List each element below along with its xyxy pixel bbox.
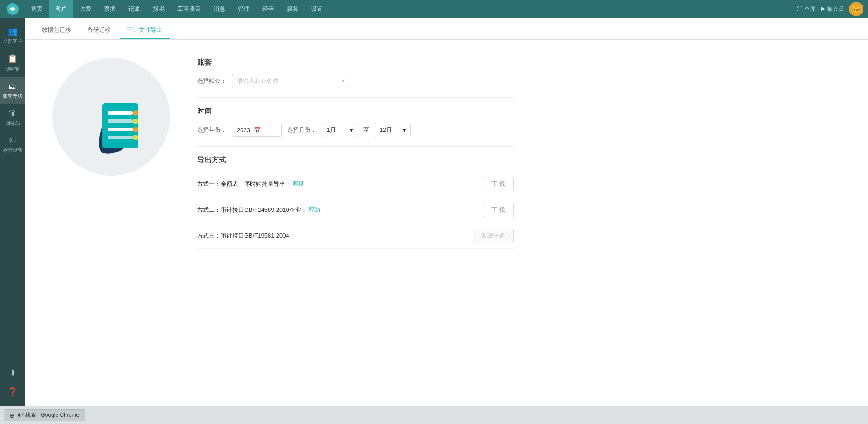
method-3-text: 方式三：审计接口GB/T19581-2004 xyxy=(197,232,289,240)
nav-invoice[interactable]: 票据 xyxy=(98,0,122,18)
logo xyxy=(5,1,21,17)
svg-point-6 xyxy=(133,110,138,116)
method-1-text: 方式一：余额表、序时账批量导出： 帮助 xyxy=(197,180,305,188)
sidebar-label-account-migration: 账套迁移 xyxy=(3,93,23,100)
calendar-icon: 📅 xyxy=(254,127,261,133)
account-select-placeholder: 请输入账套名称 xyxy=(237,77,278,85)
nav-home[interactable]: 首页 xyxy=(24,0,49,18)
method-2-label: 方式二：审计接口GB/T24589-2010企业： xyxy=(197,206,307,213)
month-end-select[interactable]: 12月 ▾ xyxy=(375,123,411,137)
download-icon: ⬇ xyxy=(9,368,16,378)
sidebar-label-recycle: 回收站 xyxy=(5,120,20,127)
month-end-value: 12月 xyxy=(380,126,392,134)
taskbar-chrome-label: 47 线索 - Google Chrome xyxy=(18,411,79,419)
sidebar-bottom-download[interactable]: ⬇ xyxy=(0,364,25,381)
method-2-text: 方式二：审计接口GB/T24589-2010企业： 帮助 xyxy=(197,206,320,214)
account-select-chevron: ▾ xyxy=(342,78,344,84)
method-row-1: 方式一：余额表、序时账批量导出： 帮助 下 载 xyxy=(197,172,514,197)
taskbar-chrome-item[interactable]: ⊕ 47 线索 - Google Chrome xyxy=(4,409,85,421)
illustration-svg xyxy=(75,76,147,157)
sidebar-item-tag-settings[interactable]: 🏷 标签设置 xyxy=(0,131,25,158)
nav-message[interactable]: 消息 xyxy=(207,0,231,18)
sidebar-item-all-customers[interactable]: 👥 全部客户 xyxy=(0,22,25,49)
tab-audit-export[interactable]: 审计文件导出 xyxy=(120,21,170,39)
taskbar-chrome-count: 47 xyxy=(18,412,24,418)
account-select-row: 选择账套： 请输入账套名称 ▾ xyxy=(197,74,514,88)
time-section-title: 时间 xyxy=(197,107,514,116)
zero-declaration-icon: 📋 xyxy=(8,54,18,64)
nav-operation[interactable]: 经营 xyxy=(256,0,280,18)
method-1-help[interactable]: 帮助 xyxy=(293,181,305,187)
tab-bar: 数据包迁移 备份迁移 审计文件导出 xyxy=(25,18,868,40)
method-row-3: 方式三：审计接口GB/T19581-2004 暂缓开通 xyxy=(197,223,514,249)
help-icon: ❓ xyxy=(8,387,18,397)
nav-bookkeeping[interactable]: 记账 xyxy=(122,0,146,18)
divider-2 xyxy=(197,146,514,147)
sidebar: 👥 全部客户 📋 0申报 🗂 账套迁移 🗑 回收站 🏷 标签设置 ⬇ ❓ xyxy=(0,18,25,406)
nav-service[interactable]: 服务 xyxy=(280,0,305,18)
page-content: 账套 选择账套： 请输入账套名称 ▾ 时间 选择年份： xyxy=(25,40,868,406)
main-layout: 👥 全部客户 📋 0申报 🗂 账套迁移 🗑 回收站 🏷 标签设置 ⬇ ❓ xyxy=(0,18,868,406)
svg-point-9 xyxy=(133,135,138,140)
sidebar-item-zero-declaration[interactable]: 📋 0申报 xyxy=(0,49,25,77)
tag-settings-icon: 🏷 xyxy=(9,136,17,145)
svg-rect-5 xyxy=(108,136,133,139)
avatar[interactable]: 🐱 xyxy=(849,2,863,16)
account-migration-icon: 🗂 xyxy=(9,81,17,91)
nav-right: ⛶ 全屏 ▶ 畅会员 🐱 xyxy=(797,2,863,16)
month-start-value: 1月 xyxy=(327,126,336,134)
account-section-title: 账套 xyxy=(197,58,514,67)
sidebar-item-recycle[interactable]: 🗑 回收站 xyxy=(0,104,25,131)
export-section-title: 导出方式 xyxy=(197,156,514,165)
method-3-label: 方式三：审计接口GB/T19581-2004 xyxy=(197,232,289,239)
recycle-icon: 🗑 xyxy=(9,109,17,118)
method-2-download-btn[interactable]: 下 载 xyxy=(483,203,514,217)
method-1-download-btn[interactable]: 下 载 xyxy=(483,177,514,191)
form-area: 账套 选择账套： 请输入账套名称 ▾ 时间 选择年份： xyxy=(197,58,514,260)
nav-customer[interactable]: 客户 xyxy=(49,0,73,18)
month-start-chevron: ▾ xyxy=(350,127,353,133)
fullscreen-btn[interactable]: ⛶ 全屏 xyxy=(797,5,815,13)
vip-btn[interactable]: ▶ 畅会员 xyxy=(821,5,844,13)
top-nav: 首页 客户 收费 票据 记账 报税 工商项目 消息 管理 经营 服务 设置 ⛶ … xyxy=(0,0,868,18)
month-label: 选择月份： xyxy=(287,126,316,134)
chrome-icon: ⊕ xyxy=(9,412,15,419)
tab-backup-migration[interactable]: 备份迁移 xyxy=(80,21,118,39)
year-value: 2023 xyxy=(237,127,250,133)
nav-items: 首页 客户 收费 票据 记账 报税 工商项目 消息 管理 经营 服务 设置 xyxy=(24,0,797,18)
svg-rect-2 xyxy=(108,111,133,115)
month-end-chevron: ▾ xyxy=(403,127,406,133)
svg-rect-4 xyxy=(108,128,133,131)
year-label: 选择年份： xyxy=(197,126,226,134)
method-2-help[interactable]: 帮助 xyxy=(308,206,320,213)
method-3-coming-soon-btn: 暂缓开通 xyxy=(473,229,514,243)
account-select[interactable]: 请输入账套名称 ▾ xyxy=(232,74,349,88)
taskbar: ⊕ 47 线索 - Google Chrome xyxy=(0,406,868,424)
sidebar-item-account-migration[interactable]: 🗂 账套迁移 xyxy=(0,77,25,104)
taskbar-chrome-app-label: 线索 - Google Chrome xyxy=(25,412,79,418)
all-customers-icon: 👥 xyxy=(8,26,18,36)
sidebar-label-zero-declaration: 0申报 xyxy=(6,66,19,72)
nav-settings[interactable]: 设置 xyxy=(305,0,329,18)
svg-point-8 xyxy=(133,127,138,132)
year-input[interactable]: 2023 📅 xyxy=(232,124,282,137)
illustration-circle xyxy=(52,58,170,176)
time-row: 选择年份： 2023 📅 选择月份： 1月 ▾ 至 12月 xyxy=(197,123,514,137)
svg-rect-1 xyxy=(102,103,138,148)
method-row-2: 方式二：审计接口GB/T24589-2010企业： 帮助 下 载 xyxy=(197,197,514,223)
nav-business[interactable]: 工商项目 xyxy=(171,0,207,18)
nav-billing[interactable]: 收费 xyxy=(73,0,98,18)
export-methods-list: 方式一：余额表、序时账批量导出： 帮助 下 载 方式二：审计接口GB/T2458… xyxy=(197,172,514,249)
sidebar-label-tag-settings: 标签设置 xyxy=(3,147,23,154)
account-select-label: 选择账套： xyxy=(197,77,226,85)
nav-management[interactable]: 管理 xyxy=(231,0,256,18)
export-container: 账套 选择账套： 请输入账套名称 ▾ 时间 选择年份： xyxy=(52,58,841,260)
method-1-label: 方式一：余额表、序时账批量导出： xyxy=(197,181,291,187)
svg-point-7 xyxy=(133,119,138,124)
sidebar-bottom-help[interactable]: ❓ xyxy=(0,383,25,400)
content-area: 数据包迁移 备份迁移 审计文件导出 xyxy=(25,18,868,406)
illustration-area xyxy=(52,58,170,176)
month-start-select[interactable]: 1月 ▾ xyxy=(322,123,358,137)
tab-data-migration[interactable]: 数据包迁移 xyxy=(34,21,78,39)
nav-tax[interactable]: 报税 xyxy=(146,0,171,18)
